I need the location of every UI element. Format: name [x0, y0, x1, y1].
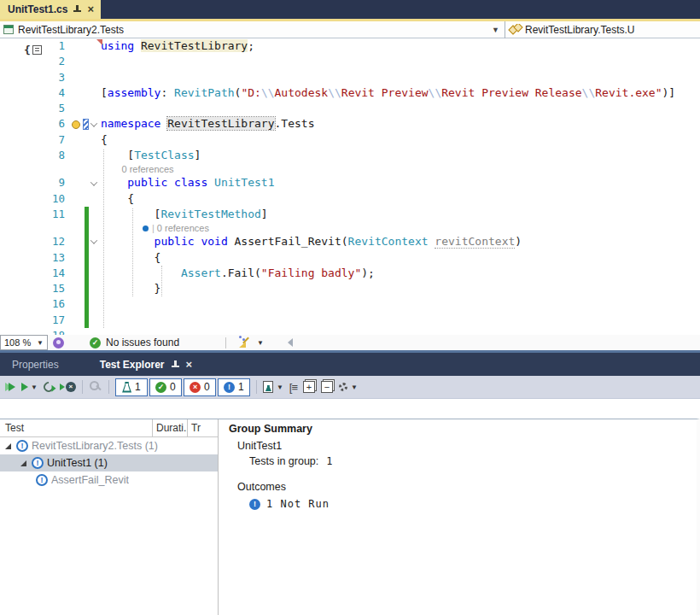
line-number: 2: [0, 54, 65, 69]
glyph-margin: [65, 101, 101, 116]
document-tab[interactable]: UnitTest1.cs ×: [0, 0, 101, 19]
test-tree-row[interactable]: !AssertFail_Revit: [0, 472, 218, 489]
code-line[interactable]: 5: [0, 101, 700, 116]
code-cleanup-broom-icon[interactable]: [238, 336, 252, 349]
class-icon: [510, 24, 521, 35]
scroll-left-arrow[interactable]: [288, 338, 293, 347]
glyph-margin: [65, 266, 101, 281]
group-by-icon[interactable]: [≡: [289, 381, 297, 394]
member-dropdown[interactable]: RevitTestLibrary.Tests.U: [505, 24, 700, 36]
test-tree-row[interactable]: !UnitTest1 (1): [0, 454, 218, 472]
close-icon[interactable]: ×: [87, 5, 94, 14]
code-line[interactable]: 18: [0, 328, 700, 335]
chevron-down-icon: ▼: [277, 384, 283, 391]
project-scope-dropdown[interactable]: RevitTestLibrary2.Tests ▼: [0, 24, 505, 36]
code-line[interactable]: 4[assembly: RevitPath("D:\\Autodesk\\Rev…: [0, 85, 700, 101]
code-line[interactable]: 16: [0, 296, 700, 312]
code-line[interactable]: 8[TestClass]: [0, 148, 700, 163]
code-text: using RevitTestLibrary;: [101, 38, 254, 54]
glyph-margin: [65, 85, 101, 101]
glyph-margin: [65, 207, 101, 222]
project-icon: [3, 25, 14, 34]
expander-icon[interactable]: [5, 443, 11, 449]
pin-icon[interactable]: [172, 360, 179, 369]
code-area: 1using RevitTestLibrary;234[assembly: Re…: [0, 38, 700, 335]
glyph-margin: [65, 328, 101, 335]
outcomes-label: Outcomes: [237, 481, 697, 493]
indent-guide: [161, 266, 162, 296]
zoom-select[interactable]: 108 % ▼: [0, 335, 48, 350]
codelens-indicator[interactable]: | 0 references: [0, 222, 700, 234]
play-icon: [21, 383, 28, 391]
test-tree-row[interactable]: !RevitTestLibrary2.Tests (1): [0, 437, 218, 454]
code-line[interactable]: 12public void AssertFail_Revit(RevitCont…: [0, 234, 700, 249]
code-line[interactable]: 6namespace RevitTestLibrary.Tests: [0, 116, 700, 132]
glyph-margin: [65, 54, 101, 69]
play-icon: [60, 384, 65, 390]
glyph-margin: [65, 148, 101, 163]
run-failed-tests-button[interactable]: ×: [60, 382, 76, 392]
key-icon[interactable]: [89, 380, 102, 394]
passed-check-icon: ✓: [155, 382, 166, 393]
tab-properties[interactable]: Properties: [12, 359, 59, 371]
code-line[interactable]: 7{: [0, 132, 700, 148]
code-line[interactable]: 1using RevitTestLibrary;: [0, 38, 700, 54]
run-all-tests-button[interactable]: [5, 383, 15, 391]
codelens-separator: |: [152, 222, 155, 234]
code-line[interactable]: 17: [0, 313, 700, 328]
failed-tests-counter[interactable]: × 0: [184, 378, 216, 396]
test-name-label: AssertFail_Revit: [51, 474, 129, 486]
tab-test-explorer[interactable]: Test Explorer ×: [100, 358, 192, 371]
line-number: 7: [0, 132, 65, 148]
code-health-icon[interactable]: [53, 337, 64, 348]
column-duration[interactable]: Durati...: [153, 422, 187, 434]
code-editor[interactable]: { 1using RevitTestLibrary;234[assembly: …: [0, 38, 700, 335]
code-line[interactable]: 9public class UnitTest1: [0, 175, 700, 190]
settings-button[interactable]: ▼: [339, 383, 358, 391]
code-line[interactable]: 3: [0, 70, 700, 85]
document-outline-icon[interactable]: {: [24, 44, 42, 56]
lightbulb-icon[interactable]: [72, 120, 80, 129]
codelens-indicator[interactable]: 0 references: [0, 163, 700, 175]
status-separator: [225, 337, 226, 348]
outline-box-glyph: [32, 45, 42, 55]
line-number: 14: [0, 266, 65, 281]
code-text: }: [155, 281, 161, 296]
run-tests-button[interactable]: ▼: [21, 383, 38, 391]
column-test[interactable]: Test: [0, 422, 152, 434]
collapse-all-icon[interactable]: −: [321, 381, 333, 393]
chevron-down-icon[interactable]: ▼: [257, 339, 264, 347]
code-line[interactable]: 11[RevitTestMethod]: [0, 207, 700, 222]
line-number: 17: [0, 313, 65, 328]
code-line[interactable]: 2: [0, 54, 700, 69]
code-line[interactable]: 14Assert.Fail("Failing badly");: [0, 266, 700, 281]
code-text: {: [155, 250, 161, 266]
circle-x-icon: ×: [66, 382, 76, 392]
expander-icon[interactable]: [20, 460, 26, 466]
toolbar-separator: [82, 380, 83, 394]
notrun-tests-counter[interactable]: ! 1: [218, 378, 250, 396]
passed-tests-counter[interactable]: ✓ 0: [149, 378, 182, 396]
code-text: {: [101, 132, 108, 148]
code-text: {: [127, 191, 134, 207]
total-tests-counter[interactable]: 1: [115, 378, 148, 396]
outcome-value: 1 Not Run: [266, 498, 330, 510]
code-line[interactable]: 13{: [0, 250, 700, 266]
expand-all-icon[interactable]: +: [303, 381, 315, 393]
group-summary-title: Group Summary: [229, 423, 697, 435]
column-traits[interactable]: Tr: [188, 422, 218, 434]
collapse-chevron-icon[interactable]: [90, 237, 97, 244]
test-list-column-headers: Test Durati... Tr: [0, 419, 218, 437]
chevron-down-icon[interactable]: ▼: [492, 26, 499, 34]
codelens-text: 0 references: [121, 163, 173, 175]
code-line[interactable]: 15}: [0, 281, 700, 296]
collapse-chevron-icon[interactable]: [90, 120, 97, 126]
pin-icon[interactable]: [73, 5, 81, 14]
repeat-last-run-button[interactable]: [41, 380, 55, 395]
code-line[interactable]: 10{: [0, 191, 700, 207]
playlist-button[interactable]: ▼: [263, 381, 283, 393]
close-icon[interactable]: ×: [186, 358, 193, 371]
line-number: 11: [0, 207, 65, 222]
collapse-chevron-icon[interactable]: [90, 179, 97, 185]
glyph-margin: [65, 281, 101, 296]
